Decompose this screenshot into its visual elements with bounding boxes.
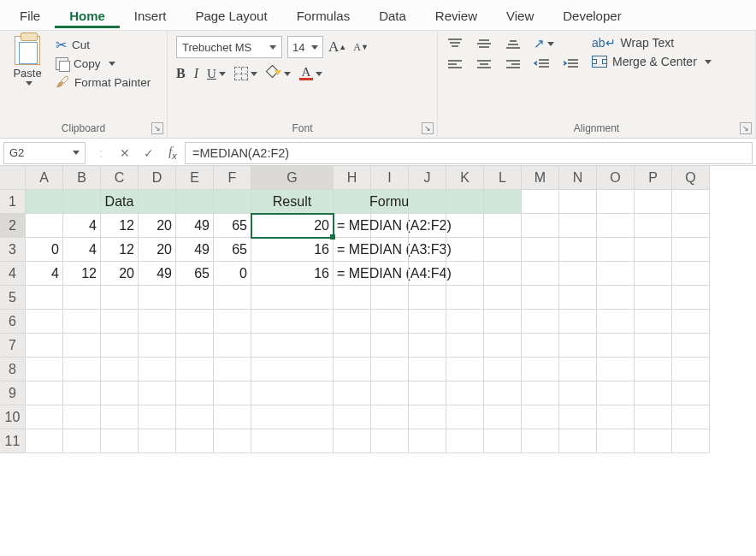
align-left-button[interactable]: [446, 58, 464, 70]
col-header-N[interactable]: N: [559, 166, 597, 190]
col-header-M[interactable]: M: [522, 166, 559, 190]
cell-J3[interactable]: [409, 238, 446, 262]
cell-E11[interactable]: [176, 429, 214, 453]
cell-L1[interactable]: [484, 190, 522, 214]
tab-review[interactable]: Review: [421, 2, 492, 28]
copy-button[interactable]: Copy: [53, 56, 153, 71]
cell-J7[interactable]: [409, 334, 446, 358]
cell-F2[interactable]: 65: [214, 214, 251, 238]
align-right-button[interactable]: [505, 58, 522, 70]
wrap-text-button[interactable]: ab↵ Wrap Text: [592, 36, 712, 50]
cell-P6[interactable]: [635, 310, 672, 334]
cell-H1[interactable]: [334, 190, 371, 214]
cell-Q3[interactable]: [672, 238, 710, 262]
col-header-H[interactable]: H: [334, 166, 371, 190]
align-bottom-button[interactable]: [505, 38, 522, 50]
align-middle-button[interactable]: [475, 38, 493, 50]
cell-H4[interactable]: = MEDIAN (A4:F4): [334, 262, 371, 286]
cell-D2[interactable]: 20: [139, 214, 176, 238]
cell-H3[interactable]: = MEDIAN (A3:F3): [334, 238, 371, 262]
cell-M5[interactable]: [522, 286, 559, 310]
italic-button[interactable]: I: [194, 66, 198, 81]
cell-F5[interactable]: [214, 286, 251, 310]
cell-D7[interactable]: [139, 334, 176, 358]
format-painter-button[interactable]: 🖌 Format Painter: [53, 74, 153, 91]
cell-K1[interactable]: [446, 190, 484, 214]
cell-J9[interactable]: [409, 382, 446, 405]
select-all-corner[interactable]: [0, 166, 26, 190]
cell-B4[interactable]: 12: [63, 262, 101, 286]
cell-Q9[interactable]: [672, 382, 710, 405]
cell-J1[interactable]: [409, 190, 446, 214]
cell-B2[interactable]: 4: [63, 214, 101, 238]
cell-D11[interactable]: [139, 429, 176, 453]
borders-button[interactable]: [234, 67, 257, 80]
cell-P5[interactable]: [635, 286, 672, 310]
cell-F10[interactable]: [214, 405, 251, 429]
tab-pagelayout[interactable]: Page Layout: [180, 2, 281, 28]
paste-button[interactable]: Paste: [9, 36, 46, 91]
formula-input[interactable]: =MEDIAN(A2:F2): [185, 142, 753, 164]
cell-G5[interactable]: [251, 286, 334, 310]
cell-C1[interactable]: Data: [101, 190, 139, 214]
cell-C3[interactable]: 12: [101, 238, 139, 262]
spreadsheet-grid[interactable]: A B C D E F G H I J K L M N O P Q 1 Data…: [0, 166, 756, 453]
cell-F8[interactable]: [214, 358, 251, 382]
cell-J6[interactable]: [409, 310, 446, 334]
underline-button[interactable]: U: [207, 67, 226, 81]
tab-file[interactable]: File: [5, 2, 55, 28]
cell-B5[interactable]: [63, 286, 101, 310]
cell-M9[interactable]: [522, 382, 559, 405]
cell-F7[interactable]: [214, 334, 251, 358]
clipboard-dialog-launcher[interactable]: ↘: [151, 122, 163, 134]
cell-I9[interactable]: [371, 382, 409, 405]
cell-B7[interactable]: [63, 334, 101, 358]
cell-N2[interactable]: [559, 214, 597, 238]
cell-O6[interactable]: [597, 310, 635, 334]
cell-P8[interactable]: [635, 358, 672, 382]
cell-N9[interactable]: [559, 382, 597, 405]
cell-Q8[interactable]: [672, 358, 710, 382]
cell-G3[interactable]: 16: [251, 238, 334, 262]
cell-C11[interactable]: [101, 429, 139, 453]
cell-A1[interactable]: [26, 190, 63, 214]
cell-C6[interactable]: [101, 310, 139, 334]
cell-Q7[interactable]: [672, 334, 710, 358]
cell-L4[interactable]: [484, 262, 522, 286]
cell-K8[interactable]: [446, 358, 484, 382]
cell-B11[interactable]: [63, 429, 101, 453]
col-header-L[interactable]: L: [484, 166, 522, 190]
cell-A7[interactable]: [26, 334, 63, 358]
insert-function-button[interactable]: fx: [161, 145, 185, 161]
cell-M7[interactable]: [522, 334, 559, 358]
cell-I4[interactable]: [371, 262, 409, 286]
cell-O8[interactable]: [597, 358, 635, 382]
cell-D10[interactable]: [139, 405, 176, 429]
col-header-K[interactable]: K: [446, 166, 484, 190]
cell-O1[interactable]: [597, 190, 635, 214]
tab-insert[interactable]: Insert: [120, 2, 181, 28]
cell-C9[interactable]: [101, 382, 139, 405]
cell-H5[interactable]: [334, 286, 371, 310]
decrease-indent-button[interactable]: [534, 58, 551, 70]
col-header-C[interactable]: C: [101, 166, 139, 190]
cell-C8[interactable]: [101, 358, 139, 382]
cell-B9[interactable]: [63, 382, 101, 405]
bold-button[interactable]: B: [176, 66, 186, 81]
cell-O11[interactable]: [597, 429, 635, 453]
cell-K10[interactable]: [446, 405, 484, 429]
font-size-select[interactable]: 14: [287, 36, 323, 58]
cell-B8[interactable]: [63, 358, 101, 382]
cell-Q5[interactable]: [672, 286, 710, 310]
cell-I7[interactable]: [371, 334, 409, 358]
row-header-4[interactable]: 4: [0, 262, 26, 286]
cell-L2[interactable]: [484, 214, 522, 238]
cell-Q11[interactable]: [672, 429, 710, 453]
cell-C7[interactable]: [101, 334, 139, 358]
cell-G10[interactable]: [251, 405, 334, 429]
cell-N10[interactable]: [559, 405, 597, 429]
cell-P3[interactable]: [635, 238, 672, 262]
cell-C4[interactable]: 20: [101, 262, 139, 286]
row-header-6[interactable]: 6: [0, 310, 26, 334]
cell-P7[interactable]: [635, 334, 672, 358]
